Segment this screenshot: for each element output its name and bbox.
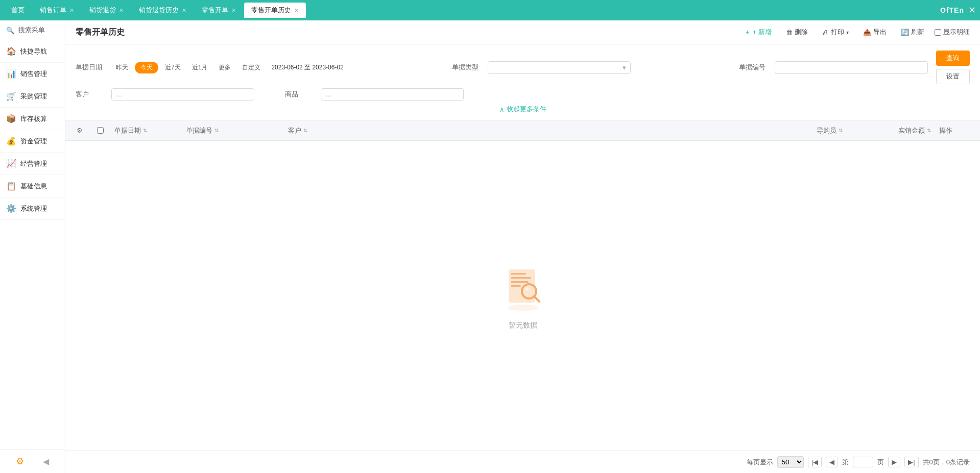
svg-rect-5 [511, 285, 521, 287]
th-customer[interactable]: 客户 ⇅ [284, 126, 812, 135]
empty-text: 暂无数据 [509, 321, 537, 330]
tab-home-label: 首页 [11, 6, 25, 15]
home-icon: 🏠 [6, 46, 16, 56]
page-header: 零售开单历史 ＋ + 新增 🗑 删除 🖨 打印 ▾ 📤 导出 [65, 20, 980, 44]
th-date[interactable]: 单据日期 ⇅ [110, 126, 182, 135]
main-layout: 🔍 搜索采单 🏠 快捷导航 📊 销售管理 🛒 采购管理 📦 库存核算 💰 资金管… [0, 20, 980, 473]
page-suffix: 页 [877, 458, 884, 467]
tab-retail-open[interactable]: 零售开单 ✕ [195, 3, 243, 18]
tab-retail-open-label: 零售开单 [202, 6, 228, 15]
yesterday-btn[interactable]: 昨天 [111, 62, 133, 73]
table-settings-icon[interactable]: ⚙ [69, 127, 90, 134]
sidebar-item-purchase-mgmt[interactable]: 🛒 采购管理 [0, 85, 65, 108]
per-page-select[interactable]: 50 20 100 [777, 456, 804, 468]
sidebar-search[interactable]: 🔍 搜索采单 [0, 20, 65, 40]
sidebar-item-quick-nav[interactable]: 🏠 快捷导航 [0, 40, 65, 63]
sidebar-item-operation[interactable]: 📈 经营管理 [0, 153, 65, 175]
sales-icon: 📊 [6, 69, 16, 79]
prev-page-btn[interactable]: ◀ [826, 457, 838, 467]
tab-sales-return-history-close[interactable]: ✕ [182, 7, 186, 14]
svg-rect-2 [511, 273, 526, 275]
number-filter-input[interactable] [775, 61, 928, 74]
query-button[interactable]: 查询 [936, 51, 970, 66]
customer-filter-label: 客户 [76, 90, 111, 99]
date-range-display[interactable]: 2023-06-02 至 2023-06-02 [271, 63, 343, 72]
display-detail-input[interactable] [935, 29, 941, 36]
sidebar-item-inventory[interactable]: 📦 库存核算 [0, 108, 65, 130]
custom-btn[interactable]: 自定义 [237, 62, 265, 73]
first-page-btn[interactable]: |◀ [808, 457, 822, 467]
tab-sales-order-close[interactable]: ✕ [69, 7, 74, 14]
th-amount-label: 实销金额 [898, 126, 925, 135]
sidebar-collapse-icon[interactable]: ◀ [43, 457, 49, 466]
th-date-label: 单据日期 [114, 126, 141, 135]
last-month-btn[interactable]: 近1月 [187, 62, 212, 73]
sidebar-item-operation-label: 经营管理 [20, 159, 47, 168]
sidebar-item-finance[interactable]: 💰 资金管理 [0, 130, 65, 153]
th-guide-label: 导购员 [817, 126, 836, 135]
operation-icon: 📈 [6, 159, 16, 168]
last7-btn[interactable]: 近7天 [160, 62, 185, 73]
sidebar-item-basic-info-label: 基础信息 [20, 182, 47, 191]
print-label: 打印 [831, 28, 844, 37]
tab-home[interactable]: 首页 [4, 3, 32, 18]
tab-retail-open-close[interactable]: ✕ [231, 7, 236, 14]
purchase-icon: 🛒 [6, 91, 16, 101]
page-title: 零售开单历史 [76, 27, 125, 38]
tab-sales-return-close[interactable]: ✕ [119, 7, 124, 14]
tab-bar: 首页 销售订单 ✕ 销货退货 ✕ 销货退货历史 ✕ 零售开单 ✕ 零售开单历史 … [0, 0, 980, 20]
tab-retail-history[interactable]: 零售开单历史 ✕ [244, 3, 306, 18]
th-guide[interactable]: 导购员 ⇅ [812, 126, 874, 135]
tab-sales-return[interactable]: 销货退货 ✕ [82, 3, 131, 18]
delete-label: 删除 [795, 28, 808, 37]
last-page-btn[interactable]: ▶| [904, 457, 918, 467]
sidebar-item-inventory-label: 库存核算 [20, 114, 47, 123]
filter-row-2: 客户 … 商品 … [76, 88, 970, 101]
goods-filter-input[interactable]: … [321, 88, 464, 101]
table-header-checkbox[interactable] [90, 127, 110, 134]
page-number-input[interactable]: 1 [853, 457, 873, 467]
th-customer-sort-icon: ⇅ [303, 128, 307, 133]
export-button[interactable]: 📤 导出 [859, 26, 891, 39]
sidebar-item-sales-mgmt[interactable]: 📊 销售管理 [0, 63, 65, 85]
date-btn-group: 昨天 今天 近7天 近1月 更多 自定义 [111, 62, 265, 73]
svg-point-0 [508, 305, 538, 311]
refresh-button[interactable]: 🔄 刷新 [897, 26, 928, 39]
content-area: 零售开单历史 ＋ + 新增 🗑 删除 🖨 打印 ▾ 📤 导出 [65, 20, 980, 473]
table-header: ⚙ 单据日期 ⇅ 单据编号 ⇅ 客户 ⇅ 导购员 ⇅ [65, 120, 980, 141]
today-btn[interactable]: 今天 [135, 62, 158, 73]
goods-ellipsis[interactable]: … [325, 91, 331, 98]
sidebar-item-basic-info[interactable]: 📋 基础信息 [0, 175, 65, 197]
refresh-icon: 🔄 [901, 29, 909, 36]
delete-button[interactable]: 🗑 删除 [782, 26, 812, 39]
sidebar-settings-icon[interactable]: ⚙ [16, 456, 24, 467]
type-filter-select[interactable]: ▾ [488, 61, 631, 74]
customer-filter-input[interactable]: … [111, 88, 254, 101]
new-icon: ＋ [744, 28, 751, 37]
tab-retail-history-close[interactable]: ✕ [294, 7, 299, 14]
type-select-chevron-icon: ▾ [623, 64, 626, 71]
customer-ellipsis[interactable]: … [116, 91, 122, 98]
sidebar-item-quick-nav-label: 快捷导航 [20, 47, 47, 56]
filter-collapse-btn[interactable]: ∧ 收起更多条件 [76, 105, 970, 114]
sys-mgmt-icon: ⚙️ [6, 204, 16, 213]
sidebar: 🔍 搜索采单 🏠 快捷导航 📊 销售管理 🛒 采购管理 📦 库存核算 💰 资金管… [0, 20, 65, 473]
display-detail-checkbox[interactable]: 显示明细 [935, 28, 970, 37]
more-btn[interactable]: 更多 [214, 62, 235, 73]
th-number[interactable]: 单据编号 ⇅ [182, 126, 284, 135]
th-amount[interactable]: 实销金额 ⇅ [874, 126, 935, 135]
th-date-sort-icon: ⇅ [143, 128, 147, 133]
empty-state: 暂无数据 [65, 141, 980, 451]
tab-sales-return-history[interactable]: 销货退货历史 ✕ [132, 3, 194, 18]
new-button[interactable]: ＋ + 新增 [740, 26, 776, 39]
print-button[interactable]: 🖨 打印 ▾ [818, 26, 853, 39]
tab-sales-order[interactable]: 销售订单 ✕ [33, 3, 81, 18]
print-chevron-icon: ▾ [846, 30, 849, 35]
sidebar-item-sys-mgmt[interactable]: ⚙️ 系统管理 [0, 197, 65, 220]
tab-sales-return-label: 销货退货 [89, 6, 116, 15]
select-all-checkbox[interactable] [97, 127, 104, 134]
next-page-btn[interactable]: ▶ [888, 457, 900, 467]
window-close-icon[interactable]: ✕ [968, 5, 976, 16]
svg-point-8 [524, 286, 529, 290]
settings-button[interactable]: 设置 [936, 69, 970, 84]
